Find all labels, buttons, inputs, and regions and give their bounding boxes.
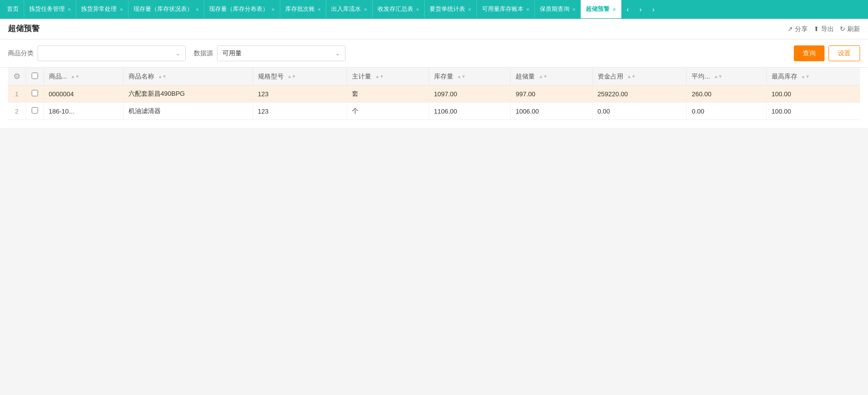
nav-tab-order-stats[interactable]: 要货单统计表 × [425, 0, 477, 19]
th-product-code-label: 商品... [49, 73, 67, 80]
row-capital-1: 0.00 [592, 103, 687, 120]
th-over-stock[interactable]: 超储量 ▲▼ [511, 68, 593, 85]
row-product-code-1: 186-10... [43, 103, 123, 120]
row-capital-0: 259220.00 [592, 85, 687, 103]
nav-tab-overstock[interactable]: 超储预警 × [581, 0, 621, 19]
nav-more-arrow[interactable]: › [647, 0, 660, 19]
refresh-button[interactable]: ↻ 刷新 [840, 25, 860, 34]
row-max-stock-0: 100.00 [766, 85, 860, 103]
select-all-checkbox[interactable] [32, 73, 38, 79]
row-max-stock-1: 100.00 [766, 103, 860, 120]
filter-bar: 商品分类 ⌄ 数据源 可用量 ⌄ 查询 设置 [0, 40, 868, 68]
row-unit-1: 个 [347, 103, 429, 120]
top-navigation: 首页 拣货任务管理 × 拣货异常处理 × 现存量（库存状况表） × 现存量（库存… [0, 0, 868, 19]
category-select[interactable]: ⌄ [38, 45, 186, 61]
export-button[interactable]: ⬆ 导出 [814, 25, 834, 34]
close-tab-task-mgmt[interactable]: × [68, 6, 71, 12]
share-button[interactable]: ↗ 分享 [787, 25, 808, 34]
th-stock-label: 库存量 [434, 73, 453, 80]
filter-buttons: 查询 设置 [794, 45, 860, 61]
row-unit-0: 套 [347, 85, 429, 103]
th-capital[interactable]: 资金占用 ▲▼ [592, 68, 687, 85]
refresh-icon: ↻ [840, 25, 845, 33]
sort-arrows-product-code[interactable]: ▲▼ [71, 75, 80, 79]
th-product-code[interactable]: 商品... ▲▼ [43, 68, 123, 85]
th-over-stock-label: 超储量 [516, 73, 535, 80]
th-product-name-label: 商品名称 [129, 73, 154, 80]
sort-arrows-stock[interactable]: ▲▼ [457, 75, 466, 79]
datasource-dropdown-arrow: ⌄ [335, 50, 340, 57]
close-tab-stock-dist[interactable]: × [271, 6, 274, 12]
settings-gear-icon[interactable]: ⚙ [13, 72, 20, 80]
query-button[interactable]: 查询 [794, 45, 825, 61]
nav-prev-arrow[interactable]: ‹ [621, 0, 634, 19]
close-tab-abnormal[interactable]: × [120, 6, 123, 12]
row-checkbox-cell-0[interactable] [26, 85, 43, 103]
row-avg-0: 260.00 [687, 85, 766, 103]
nav-tab-stock-status[interactable]: 现存量（库存状况表） × [129, 0, 204, 19]
close-tab-flow[interactable]: × [364, 6, 367, 12]
nav-next-arrow[interactable]: › [634, 0, 647, 19]
th-unit[interactable]: 主计量 ▲▼ [347, 68, 429, 85]
nav-tab-task-mgmt[interactable]: 拣货任务管理 × [24, 0, 76, 19]
setting-button[interactable]: 设置 [828, 45, 860, 61]
th-spec[interactable]: 规格型号 ▲▼ [253, 68, 347, 85]
sort-arrows-product-name[interactable]: ▲▼ [158, 75, 167, 79]
row-checkbox-cell-1[interactable] [26, 103, 43, 120]
category-dropdown-arrow: ⌄ [175, 50, 180, 57]
row-stock-0: 1097.00 [429, 85, 511, 103]
row-avg-1: 0.00 [687, 103, 766, 120]
row-select-checkbox-1[interactable] [32, 107, 38, 114]
row-settings-cell-1: 2 [8, 103, 26, 120]
overstock-table: ⚙ 商品... ▲▼ 商品名称 ▲▼ 规格型号 ▲▼ 主计 [8, 68, 860, 120]
header-actions: ↗ 分享 ⬆ 导出 ↻ 刷新 [787, 25, 860, 34]
th-spec-label: 规格型号 [258, 73, 284, 80]
close-tab-batch[interactable]: × [318, 6, 321, 12]
th-max-stock[interactable]: 最高库存 ▲▼ [766, 68, 860, 85]
datasource-select-value: 可用量 [222, 49, 242, 58]
th-avg[interactable]: 平均... ▲▼ [687, 68, 766, 85]
nav-tab-stock-dist[interactable]: 现存量（库存分布表） × [204, 0, 280, 19]
nav-tab-home[interactable]: 首页 [2, 0, 24, 19]
nav-tab-batch[interactable]: 库存批次账 × [280, 0, 326, 19]
close-tab-summary[interactable]: × [416, 6, 419, 12]
row-over-stock-0: 997.00 [511, 85, 593, 103]
sort-arrows-over-stock[interactable]: ▲▼ [539, 75, 548, 79]
export-icon: ⬆ [814, 25, 819, 33]
close-tab-order-stats[interactable]: × [468, 6, 471, 12]
th-product-name[interactable]: 商品名称 ▲▼ [123, 68, 253, 85]
th-stock[interactable]: 库存量 ▲▼ [429, 68, 511, 85]
sort-arrows-unit[interactable]: ▲▼ [375, 75, 384, 79]
sort-arrows-avg[interactable]: ▲▼ [714, 75, 723, 79]
row-spec-1: 123 [253, 103, 347, 120]
nav-tab-expiry[interactable]: 保质期查询 × [535, 0, 581, 19]
datasource-select[interactable]: 可用量 ⌄ [217, 45, 346, 61]
table-row[interactable]: 2 186-10... 机油滤清器 123 个 1106.00 1006.00 … [8, 103, 860, 120]
close-tab-overstock[interactable]: × [612, 6, 615, 12]
sort-arrows-spec[interactable]: ▲▼ [287, 75, 296, 79]
row-spec-0: 123 [253, 85, 347, 103]
th-max-stock-label: 最高库存 [772, 73, 797, 80]
share-icon: ↗ [787, 25, 793, 33]
nav-tab-abnormal[interactable]: 拣货异常处理 × [76, 0, 128, 19]
sort-arrows-max-stock[interactable]: ▲▼ [801, 75, 810, 79]
row-product-name-1: 机油滤清器 [123, 103, 253, 120]
row-product-code-0: 0000004 [43, 85, 123, 103]
row-product-name-0: 六配套新昌490BPG [123, 85, 253, 103]
row-stock-1: 1106.00 [429, 103, 511, 120]
close-tab-stock-status[interactable]: × [196, 6, 199, 12]
datasource-label: 数据源 [194, 49, 213, 58]
datasource-filter-group: 数据源 可用量 ⌄ [194, 45, 346, 61]
th-settings[interactable]: ⚙ [8, 68, 26, 85]
nav-tab-available[interactable]: 可用量库存账本 × [477, 0, 535, 19]
row-select-checkbox-0[interactable] [32, 90, 38, 96]
close-tab-available[interactable]: × [526, 6, 529, 12]
table-row[interactable]: 1 0000004 六配套新昌490BPG 123 套 1097.00 997.… [8, 85, 860, 103]
th-capital-label: 资金占用 [598, 73, 623, 80]
th-checkbox[interactable] [26, 68, 43, 85]
th-avg-label: 平均... [692, 73, 710, 80]
sort-arrows-capital[interactable]: ▲▼ [627, 75, 636, 79]
nav-tab-flow[interactable]: 出入库流水 × [326, 0, 372, 19]
close-tab-expiry[interactable]: × [572, 6, 575, 12]
nav-tab-summary[interactable]: 收发存汇总表 × [373, 0, 425, 19]
